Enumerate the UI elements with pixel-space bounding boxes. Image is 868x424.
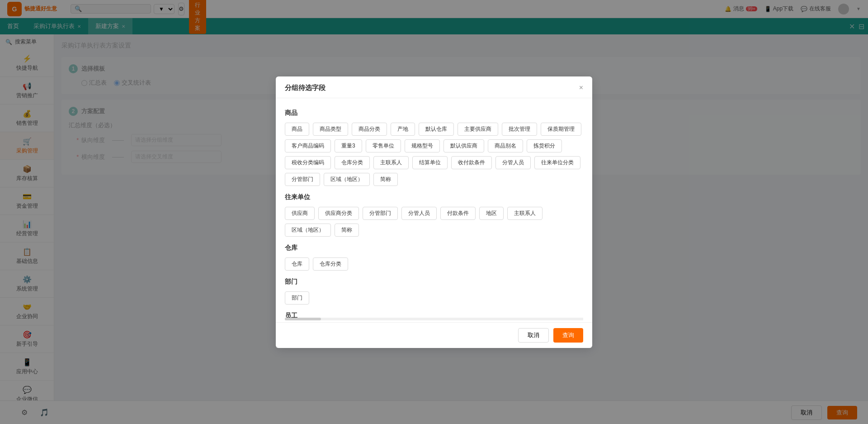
- field-chips-department: 部门: [285, 291, 583, 305]
- chip-product-4[interactable]: 默认仓库: [419, 123, 454, 136]
- chip-partner-6[interactable]: 主联系人: [507, 207, 542, 220]
- chip-product-2[interactable]: 商品分类: [352, 123, 387, 136]
- chip-partner-4[interactable]: 付款条件: [440, 207, 476, 220]
- field-select-modal: 分组待选字段 × 商品 商品 商品类型 商品分类 产地 默认仓库 主要供应商 批…: [276, 76, 592, 348]
- chip-partner-5[interactable]: 地区: [479, 207, 504, 220]
- group-title-employee: 员工: [285, 312, 583, 318]
- modal-cancel-button[interactable]: 取消: [518, 328, 549, 343]
- chip-product-20[interactable]: 分管人员: [495, 156, 531, 169]
- chip-product-17[interactable]: 主联系人: [373, 156, 409, 169]
- chip-product-16[interactable]: 仓库分类: [335, 156, 370, 169]
- field-chips-product: 商品 商品类型 商品分类 产地 默认仓库 主要供应商 批次管理 保质期管理 客户…: [285, 123, 583, 186]
- modal-title: 分组待选字段: [285, 84, 326, 92]
- chip-partner-2[interactable]: 分管部门: [363, 207, 398, 220]
- chip-product-22[interactable]: 分管部门: [285, 173, 320, 186]
- chip-product-21[interactable]: 往来单位分类: [534, 156, 580, 169]
- chip-product-0[interactable]: 商品: [285, 123, 309, 136]
- modal-body: 商品 商品 商品类型 商品分类 产地 默认仓库 主要供应商 批次管理 保质期管理…: [276, 98, 592, 318]
- modal-footer: 取消 查询: [276, 322, 592, 348]
- modal-confirm-button[interactable]: 查询: [553, 328, 583, 343]
- group-title-partner: 往来单位: [285, 193, 583, 201]
- chip-product-13[interactable]: 商品别名: [488, 139, 523, 152]
- chip-product-3[interactable]: 产地: [391, 123, 415, 136]
- chip-product-11[interactable]: 规格型号: [405, 139, 440, 152]
- chip-partner-1[interactable]: 供应商分类: [318, 207, 359, 220]
- modal-header: 分组待选字段 ×: [276, 76, 592, 98]
- group-title-department: 部门: [285, 278, 583, 286]
- chip-product-24[interactable]: 简称: [373, 173, 398, 186]
- modal-close-button[interactable]: ×: [579, 84, 583, 92]
- group-title-warehouse: 仓库: [285, 244, 583, 252]
- field-chips-warehouse: 仓库 仓库分类: [285, 257, 583, 271]
- chip-product-10[interactable]: 零售单位: [366, 139, 401, 152]
- modal-overlay: 分组待选字段 × 商品 商品 商品类型 商品分类 产地 默认仓库 主要供应商 批…: [0, 0, 868, 424]
- chip-product-8[interactable]: 客户商品编码: [285, 139, 331, 152]
- group-title-product: 商品: [285, 109, 583, 117]
- chip-product-1[interactable]: 商品类型: [313, 123, 348, 136]
- chip-product-19[interactable]: 收付款条件: [451, 156, 492, 169]
- chip-product-5[interactable]: 主要供应商: [458, 123, 498, 136]
- chip-product-6[interactable]: 批次管理: [502, 123, 537, 136]
- chip-product-7[interactable]: 保质期管理: [541, 123, 581, 136]
- chip-product-15[interactable]: 税收分类编码: [285, 156, 331, 169]
- field-chips-partner: 供应商 供应商分类 分管部门 分管人员 付款条件 地区 主联系人 区域（地区） …: [285, 207, 583, 237]
- chip-partner-8[interactable]: 简称: [335, 224, 359, 237]
- chip-partner-7[interactable]: 区域（地区）: [285, 224, 331, 237]
- chip-warehouse-1[interactable]: 仓库分类: [313, 257, 348, 271]
- chip-product-14[interactable]: 拣货积分: [527, 139, 562, 152]
- chip-department-0[interactable]: 部门: [285, 291, 309, 305]
- chip-product-23[interactable]: 区域（地区）: [324, 173, 370, 186]
- chip-partner-0[interactable]: 供应商: [285, 207, 315, 220]
- chip-product-9[interactable]: 重量3: [335, 139, 362, 152]
- chip-partner-3[interactable]: 分管人员: [401, 207, 437, 220]
- chip-product-18[interactable]: 结算单位: [412, 156, 448, 169]
- chip-warehouse-0[interactable]: 仓库: [285, 257, 309, 271]
- chip-product-12[interactable]: 默认供应商: [443, 139, 484, 152]
- modal-hscroll[interactable]: [285, 318, 583, 320]
